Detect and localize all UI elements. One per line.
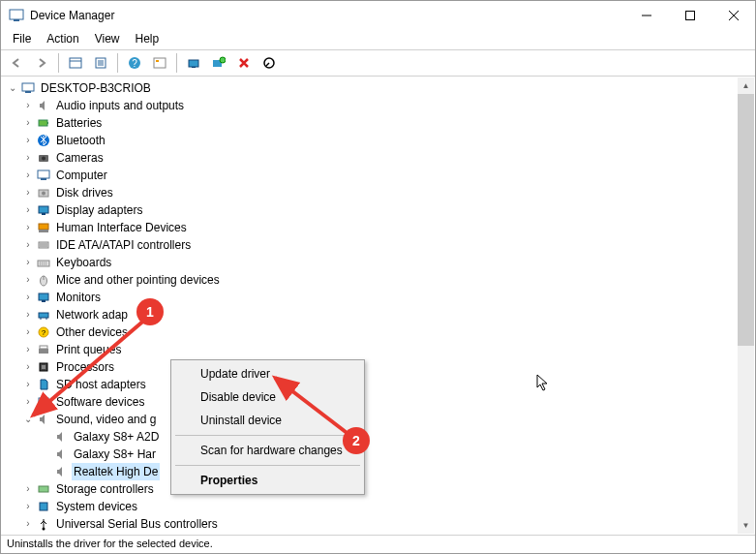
uninstall-button[interactable] [232, 51, 256, 75]
tree-category[interactable]: ›Audio inputs and outputs [4, 97, 754, 114]
mouse-cursor-icon [536, 374, 552, 393]
svg-line-60 [275, 378, 349, 435]
svg-rect-17 [192, 67, 196, 68]
hid-icon [36, 220, 51, 235]
tree-device[interactable]: Galaxy S8+ Har [4, 446, 754, 463]
tree-device-realtek[interactable]: Realtek High De [4, 463, 754, 480]
menu-view[interactable]: View [87, 30, 128, 49]
expand-toggle[interactable]: › [21, 219, 35, 236]
svg-point-19 [220, 57, 226, 63]
menu-help[interactable]: Help [128, 30, 167, 49]
expand-toggle[interactable]: › [21, 114, 35, 132]
scroll-down-button[interactable]: ▼ [738, 517, 754, 534]
tree-category[interactable]: ›Cameras [4, 149, 754, 167]
tree-category[interactable]: ›Bluetooth [4, 132, 754, 149]
window-controls [624, 1, 755, 30]
mouse-icon [36, 272, 51, 288]
annotation-arrow-1 [25, 311, 156, 427]
annotation-step-1: 1 [136, 298, 164, 325]
expand-toggle[interactable]: › [21, 149, 35, 167]
expand-toggle[interactable]: › [21, 254, 35, 271]
tree-category[interactable]: ›Computer [4, 167, 754, 184]
expand-toggle[interactable]: ⌄ [6, 79, 19, 97]
svg-rect-24 [47, 122, 48, 124]
forward-button[interactable] [30, 51, 53, 75]
camera-icon [36, 150, 51, 166]
tree-category[interactable]: ›Monitors [4, 289, 754, 306]
speaker-icon [53, 464, 69, 479]
update-driver-button[interactable] [182, 51, 205, 75]
tree-category[interactable]: ›Display adapters [4, 201, 754, 219]
computer-icon [36, 168, 51, 183]
scan-hardware-button[interactable] [207, 51, 230, 75]
computer-icon [20, 80, 36, 96]
window-title: Device Manager [30, 9, 624, 22]
tree-category[interactable]: ›Batteries [4, 114, 754, 132]
back-button[interactable] [5, 51, 28, 75]
svg-rect-1 [14, 19, 19, 21]
tree-device[interactable]: Galaxy S8+ A2D [4, 428, 754, 446]
tree-category[interactable]: ›Universal Serial Bus controllers [4, 515, 754, 533]
svg-rect-34 [39, 224, 48, 230]
expand-toggle[interactable]: › [21, 201, 35, 219]
menu-file[interactable]: File [5, 30, 39, 49]
minimize-button[interactable] [624, 1, 668, 30]
expand-toggle[interactable]: › [21, 132, 35, 149]
speaker-icon [53, 446, 69, 462]
root-label: DESKTOP-B3CRIOB [39, 79, 153, 97]
expand-toggle[interactable]: › [21, 97, 35, 114]
storage-icon [36, 481, 51, 497]
disable-button[interactable] [257, 51, 281, 75]
svg-point-58 [43, 528, 45, 531]
device-tree[interactable]: ⌄ DESKTOP-B3CRIOB ›Audio inputs and outp… [2, 77, 754, 533]
svg-rect-45 [42, 300, 45, 302]
status-text: Uninstalls the driver for the selected d… [7, 538, 213, 549]
tree-category[interactable]: ›Disk drives [4, 184, 754, 201]
tree-category[interactable]: ›Keyboards [4, 254, 754, 271]
expand-toggle[interactable]: › [21, 480, 35, 498]
keyboard-icon [36, 255, 51, 270]
device-tree-pane: ⌄ DESKTOP-B3CRIOB ›Audio inputs and outp… [2, 77, 754, 534]
scroll-track[interactable] [738, 94, 754, 517]
expand-toggle[interactable]: › [21, 515, 35, 533]
titlebar: Device Manager [1, 1, 755, 30]
close-button[interactable] [711, 1, 755, 30]
properties-button[interactable] [89, 51, 112, 75]
show-hide-console-button[interactable] [64, 51, 87, 75]
svg-rect-16 [189, 60, 198, 67]
display-icon [36, 202, 51, 218]
tree-root[interactable]: ⌄ DESKTOP-B3CRIOB [4, 79, 754, 97]
expand-toggle[interactable]: › [21, 498, 35, 515]
device-manager-icon [9, 8, 24, 23]
battery-icon [36, 115, 51, 131]
svg-rect-56 [39, 486, 48, 492]
scroll-thumb[interactable] [738, 94, 754, 346]
tree-category[interactable]: ›IDE ATA/ATAPI controllers [4, 236, 754, 254]
svg-text:?: ? [132, 58, 137, 69]
expand-toggle[interactable]: › [21, 236, 35, 254]
speaker-icon [53, 429, 69, 445]
svg-rect-23 [39, 120, 47, 126]
maximize-button[interactable] [668, 1, 711, 30]
expand-toggle[interactable]: › [21, 167, 35, 184]
svg-rect-22 [25, 91, 31, 93]
tree-category[interactable]: ›Mice and other pointing devices [4, 271, 754, 289]
action-button[interactable] [148, 51, 171, 75]
svg-point-31 [42, 192, 45, 196]
ide-icon [36, 237, 51, 253]
menu-action[interactable]: Action [39, 30, 86, 49]
usb-icon [36, 516, 51, 532]
scroll-up-button[interactable]: ▲ [738, 77, 754, 94]
tree-category[interactable]: ›System devices [4, 498, 754, 515]
vertical-scrollbar[interactable]: ▲ ▼ [738, 77, 754, 534]
ctx-properties[interactable]: Properties [173, 469, 362, 492]
tree-category[interactable]: ›Storage controllers [4, 480, 754, 498]
separator [175, 465, 360, 466]
svg-rect-32 [39, 206, 48, 213]
svg-rect-6 [70, 58, 81, 68]
expand-toggle[interactable]: › [21, 271, 35, 289]
tree-category[interactable]: ›Human Interface Devices [4, 219, 754, 236]
help-button[interactable]: ? [123, 51, 146, 75]
expand-toggle[interactable]: › [21, 289, 35, 306]
expand-toggle[interactable]: › [21, 184, 35, 201]
